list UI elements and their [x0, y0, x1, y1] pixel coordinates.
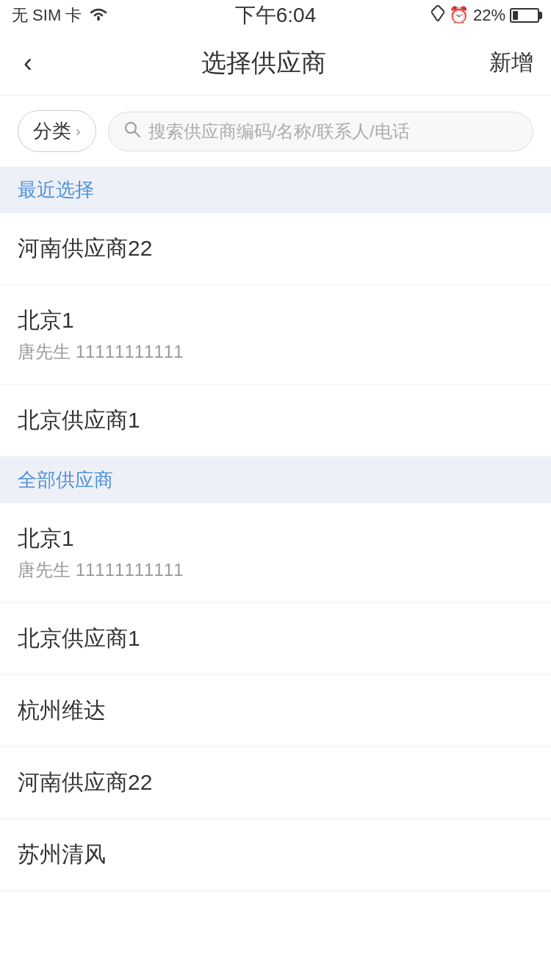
page-title: 选择供应商 [201, 46, 326, 80]
chevron-right-icon: › [76, 123, 81, 140]
status-bar: 无 SIM 卡 下午6:04 ⏰ 22% [0, 0, 551, 31]
item-name: 北京1 [18, 306, 533, 336]
list-item[interactable]: 北京供应商1 [0, 385, 551, 457]
battery-fill [513, 11, 518, 20]
location-icon [431, 5, 444, 26]
recent-list: 河南供应商22 北京1 唐先生 11111111111 北京供应商1 [0, 213, 551, 457]
wifi-icon [87, 5, 109, 26]
status-time: 下午6:04 [235, 1, 317, 29]
all-header-label: 全部供应商 [18, 469, 113, 491]
all-section-header: 全部供应商 [0, 457, 551, 503]
category-label: 分类 [33, 118, 71, 144]
sim-label: 无 SIM 卡 [12, 4, 82, 26]
item-name: 杭州维达 [18, 696, 533, 726]
battery-percent: 22% [473, 6, 505, 25]
list-item[interactable]: 苏州清风 [0, 819, 551, 891]
item-name: 苏州清风 [18, 840, 533, 870]
filter-bar: 分类 › 搜索供应商编码/名称/联系人/电话 [0, 96, 551, 167]
back-button[interactable]: ‹ [18, 42, 38, 84]
list-item[interactable]: 河南供应商22 [0, 213, 551, 285]
nav-bar: ‹ 选择供应商 新增 [0, 31, 551, 96]
item-name: 北京1 [18, 524, 533, 554]
svg-line-2 [134, 131, 140, 137]
item-sub: 唐先生 11111111111 [18, 340, 533, 364]
search-placeholder: 搜索供应商编码/名称/联系人/电话 [148, 120, 410, 143]
status-left: 无 SIM 卡 [12, 4, 109, 26]
item-name: 北京供应商1 [18, 624, 533, 654]
all-supplier-list: 北京1 唐先生 11111111111 北京供应商1 杭州维达 河南供应商22 … [0, 503, 551, 891]
search-icon [123, 120, 141, 143]
list-item[interactable]: 北京供应商1 [0, 603, 551, 675]
search-box[interactable]: 搜索供应商编码/名称/联系人/电话 [108, 112, 533, 151]
list-item[interactable]: 北京1 唐先生 11111111111 [0, 285, 551, 385]
battery-icon [510, 8, 539, 23]
category-button[interactable]: 分类 › [18, 110, 96, 152]
alarm-icon: ⏰ [449, 6, 469, 25]
list-item[interactable]: 河南供应商22 [0, 747, 551, 819]
list-item[interactable]: 杭州维达 [0, 675, 551, 747]
item-name: 河南供应商22 [18, 234, 533, 264]
item-name: 河南供应商22 [18, 768, 533, 798]
item-sub: 唐先生 11111111111 [18, 558, 533, 582]
item-name: 北京供应商1 [18, 406, 533, 436]
recent-section-header: 最近选择 [0, 167, 551, 213]
list-item[interactable]: 北京1 唐先生 11111111111 [0, 503, 551, 603]
recent-header-label: 最近选择 [18, 179, 94, 201]
svg-point-0 [97, 18, 100, 21]
add-button[interactable]: 新增 [489, 48, 533, 78]
status-right: ⏰ 22% [431, 5, 539, 26]
